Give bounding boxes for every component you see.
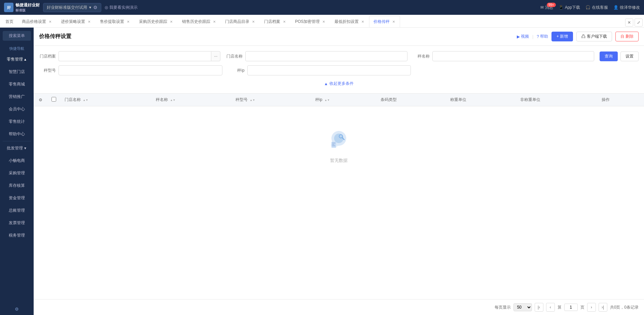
store-name-field: 门店名称 <box>226 51 407 61</box>
th-check[interactable] <box>47 94 61 106</box>
sidebar-item-tax[interactable]: 税务管理 <box>0 229 34 242</box>
version-selector[interactable]: 好业财标准版交付试用 ▾ ⚙ <box>43 3 101 12</box>
collapse-button[interactable]: ▲ 收起更多条件 <box>39 79 639 88</box>
settings-form-button[interactable]: 设置 <box>620 51 639 61</box>
download-button[interactable]: 凸 客户端下载 <box>576 32 612 41</box>
tab-sale-price[interactable]: 售价提取设置 ✕ <box>96 16 135 27</box>
sidebar-item-invoice[interactable]: 发票管理 <box>0 217 34 229</box>
online-service-button[interactable]: 🎧 在线客服 <box>585 5 608 10</box>
sidebar-item-xiaochang[interactable]: 小畅电商 <box>0 154 34 167</box>
search-form: 门店档案 ··· 门店名称 秤名称 查询 <box>34 46 644 94</box>
store-name-input[interactable] <box>245 51 407 61</box>
scale-ip-input[interactable] <box>247 65 411 75</box>
table-header: ⚙ 门店名称 ▲▼ 秤名称 ▲▼ 秤型号 <box>34 94 644 106</box>
sidebar-settings-button[interactable]: ⚙ <box>0 303 34 315</box>
first-page-icon: |‹ <box>538 305 540 310</box>
settings-icon[interactable]: ⚙ <box>93 5 98 10</box>
tab-close-icon[interactable]: ✕ <box>361 19 365 24</box>
tab-fullscreen-button[interactable]: ⤢ <box>635 19 643 27</box>
video-label: 视频 <box>521 34 529 39</box>
tab-store-catalog[interactable]: 门店商品目录 ✕ <box>221 16 260 27</box>
sidebar-item-label: 库存核算 <box>9 183 25 188</box>
content-area: 价格传秤设置 ▶ 视频 | ? 帮助 + 新增 凸 客户端下载 自 <box>34 28 644 315</box>
per-page-select[interactable]: 20 50 100 <box>513 303 532 311</box>
sidebar-item-label: 税务管理 <box>9 233 25 238</box>
help-link[interactable]: ? 帮助 <box>537 34 548 39</box>
sidebar-item-retail-stats[interactable]: 零售统计 <box>0 115 34 128</box>
delete-button[interactable]: 自 删除 <box>615 32 639 41</box>
tab-purchase-strategy[interactable]: 进价策略设置 ✕ <box>57 16 96 27</box>
video-link[interactable]: ▶ 视频 <box>517 34 529 39</box>
messages-button[interactable]: ✉ 消息 99+ <box>540 5 553 10</box>
tab-close-icon[interactable]: ✕ <box>251 19 255 24</box>
sidebar-item-marketing[interactable]: 营销推广 <box>0 91 34 103</box>
empty-row: 暂无数据 <box>34 106 644 184</box>
sidebar-item-inventory[interactable]: 库存核算 <box>0 179 34 192</box>
scale-model-input[interactable] <box>59 65 222 75</box>
delete-label: 自 删除 <box>620 34 634 39</box>
tab-product-price[interactable]: 商品价格设置 ✕ <box>17 16 57 27</box>
sidebar-item-label: 发票管理 <box>9 220 25 226</box>
next-page-button[interactable]: › <box>587 303 596 312</box>
th-store-name-label: 门店名称 <box>65 97 81 102</box>
quick-nav-button[interactable]: 快捷导航 <box>0 44 34 53</box>
tab-store-archive[interactable]: 门店档案 ✕ <box>260 16 291 27</box>
sidebar-item-help[interactable]: 帮助中心 <box>0 128 34 140</box>
store-name-label: 门店名称 <box>226 54 243 59</box>
tab-bar: 首页 商品价格设置 ✕ 进价策略设置 ✕ 售价提取设置 ✕ 采购历史价跟踪 ✕ … <box>0 15 644 28</box>
search-menu-button[interactable]: 搜索菜单 <box>3 31 31 41</box>
tab-close-icon[interactable]: ✕ <box>126 19 130 24</box>
sidebar-item-general-ledger[interactable]: 总账管理 <box>0 204 34 217</box>
store-archive-input[interactable] <box>59 51 211 61</box>
table-body: 暂无数据 <box>34 106 644 184</box>
chevron-up-icon: ▲ <box>24 58 27 61</box>
tab-label: 商品价格设置 <box>22 19 46 25</box>
page-number-input[interactable] <box>564 304 578 311</box>
sidebar-item-member[interactable]: 会员中心 <box>0 103 34 115</box>
online-service-label: 在线客服 <box>592 5 608 10</box>
last-page-button[interactable]: ›| <box>599 303 607 312</box>
tab-home[interactable]: 首页 <box>1 16 17 27</box>
tab-purchase-history[interactable]: 采购历史价跟踪 ✕ <box>135 16 178 27</box>
query-button[interactable]: 查询 <box>600 51 618 61</box>
tab-close-button[interactable]: ✕ <box>625 19 633 27</box>
store-archive-picker-button[interactable]: ··· <box>211 51 220 61</box>
settings-form-label: 设置 <box>625 54 634 59</box>
add-button[interactable]: + 新增 <box>551 32 573 41</box>
tab-sales-history[interactable]: 销售历史价跟踪 ✕ <box>178 16 221 27</box>
select-all-checkbox[interactable] <box>51 97 56 102</box>
th-scale-ip-label: 秤ip <box>315 97 322 102</box>
sidebar-item-wholesale[interactable]: 批发管理 ▼ <box>0 142 34 154</box>
tab-close-icon[interactable]: ✕ <box>282 19 286 24</box>
prev-page-button[interactable]: ‹ <box>546 303 555 312</box>
scale-name-input[interactable] <box>432 51 594 61</box>
tab-pos-management[interactable]: POS加密管理 ✕ <box>291 16 330 27</box>
tab-close-icon[interactable]: ✕ <box>212 19 216 24</box>
page-unit-label: 页 <box>580 305 584 310</box>
sidebar-item-label: 零售管理 <box>7 57 23 62</box>
app-download-button[interactable]: 📱 App下载 <box>559 5 580 10</box>
user-menu[interactable]: 👤 徐泽华修改 <box>613 5 640 10</box>
tab-label: 采购历史价跟踪 <box>139 19 167 25</box>
chevron-up-icon: ▲ <box>324 81 328 86</box>
query-label: 查询 <box>605 54 613 59</box>
sidebar-item-smart-store[interactable]: 智慧门店 <box>0 66 34 78</box>
sidebar-item-retail[interactable]: 零售管理 ▲ <box>0 53 34 66</box>
tab-label: 价格传秤 <box>373 19 390 25</box>
first-page-button[interactable]: |‹ <box>535 303 543 312</box>
phone-icon: 📱 <box>559 5 564 10</box>
th-gear[interactable]: ⚙ <box>34 94 47 106</box>
sidebar-item-ecommerce[interactable]: 零售商城 <box>0 78 34 91</box>
sidebar-item-purchase[interactable]: 采购管理 <box>0 167 34 179</box>
tab-close-icon[interactable]: ✕ <box>48 19 52 24</box>
demo-link[interactable]: ◎ 我要看实例演示 <box>105 5 138 10</box>
empty-text: 暂无数据 <box>330 158 348 164</box>
tab-close-icon[interactable]: ✕ <box>392 19 396 24</box>
tab-min-discount[interactable]: 最低折扣设置 ✕ <box>330 16 369 27</box>
tab-close-icon[interactable]: ✕ <box>87 19 91 24</box>
sidebar-item-finance[interactable]: 资金管理 <box>0 192 34 204</box>
tab-price-scale[interactable]: 价格传秤 ✕ <box>369 16 400 27</box>
tab-close-icon[interactable]: ✕ <box>169 19 173 24</box>
app-logo: 好 畅捷通好业财 标准版 <box>4 2 40 13</box>
tab-close-icon[interactable]: ✕ <box>322 19 326 24</box>
